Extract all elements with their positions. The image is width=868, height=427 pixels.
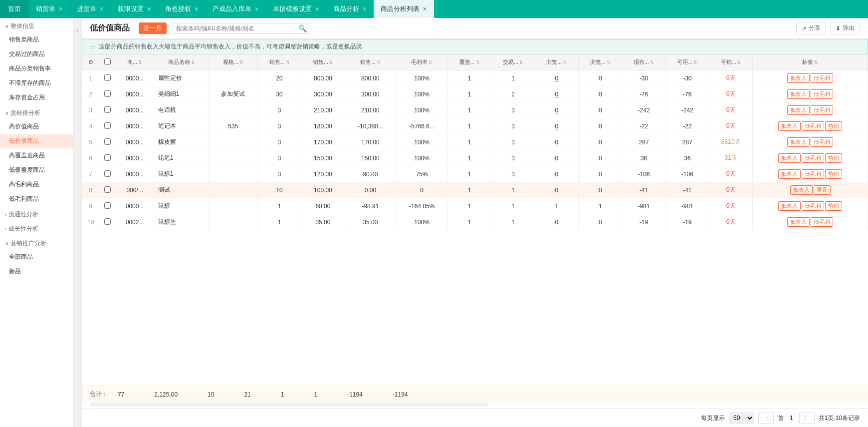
sidebar-section-contribution[interactable]: ∨ 贡献值分析 bbox=[0, 105, 73, 119]
row-select-checkbox[interactable] bbox=[104, 186, 111, 193]
close-goods-list-icon[interactable]: ✕ bbox=[423, 6, 427, 12]
row-stock: -106 bbox=[622, 166, 665, 182]
row-avail: -76 bbox=[665, 86, 709, 102]
close-sales-icon[interactable]: ✕ bbox=[58, 6, 63, 12]
row-select-checkbox[interactable] bbox=[104, 122, 111, 129]
row-spec bbox=[209, 198, 257, 214]
row-checkbox[interactable] bbox=[100, 150, 115, 166]
sidebar-item-high-margin[interactable]: 高毛利商品 bbox=[0, 177, 73, 192]
sidebar-item-no-backlog[interactable]: 不滞库存的商品 bbox=[0, 76, 73, 90]
row-select-checkbox[interactable] bbox=[104, 74, 111, 81]
row-select-checkbox[interactable] bbox=[104, 218, 111, 225]
row-select-checkbox[interactable] bbox=[104, 170, 111, 177]
nav-permission[interactable]: 权限设置 ✕ bbox=[111, 0, 158, 18]
sidebar-collapse-button[interactable]: ‹ bbox=[74, 18, 82, 427]
select-all-header[interactable] bbox=[100, 54, 115, 70]
row-checkbox[interactable] bbox=[100, 70, 115, 86]
sidebar-section-marketing[interactable]: ∨ 营销推广分析 bbox=[0, 235, 73, 250]
view1-link[interactable]: 0 bbox=[555, 155, 559, 162]
row-checkbox[interactable] bbox=[100, 182, 115, 198]
close-role-icon[interactable]: ✕ bbox=[194, 6, 199, 12]
row-view2: 0 bbox=[579, 118, 622, 134]
row-checkbox[interactable] bbox=[100, 134, 115, 150]
row-stock: -76 bbox=[622, 86, 665, 102]
view1-link[interactable]: 0 bbox=[555, 139, 559, 146]
nav-home[interactable]: 首页 bbox=[0, 0, 29, 18]
horizontal-scrollbar[interactable] bbox=[82, 403, 868, 409]
row-checkbox[interactable] bbox=[100, 198, 115, 214]
close-purchase-icon[interactable]: ✕ bbox=[99, 6, 104, 12]
sidebar-item-low-margin[interactable]: 低毛利商品 bbox=[0, 192, 73, 206]
row-checkbox[interactable] bbox=[100, 214, 115, 230]
row-view1: 0 bbox=[535, 182, 578, 198]
first-page-button[interactable]: 《 bbox=[758, 412, 774, 424]
row-days: 31天 bbox=[709, 150, 753, 166]
close-template-icon[interactable]: ✕ bbox=[315, 6, 319, 12]
col-avail: 可用...⇅ bbox=[665, 54, 709, 70]
close-stock-in-icon[interactable]: ✕ bbox=[254, 6, 259, 12]
sidebar-item-sales-goods[interactable]: 销售类商品 bbox=[0, 32, 73, 47]
sidebar-item-stock-capital[interactable]: 库存资金占用 bbox=[0, 90, 73, 105]
row-checkbox[interactable] bbox=[100, 118, 115, 134]
nav-sales[interactable]: 销货单 ✕ bbox=[29, 0, 70, 18]
nav-goods-analysis[interactable]: 商品分析 ✕ bbox=[326, 0, 374, 18]
view1-link[interactable]: 0 bbox=[555, 219, 559, 226]
view1-link[interactable]: 0 bbox=[555, 187, 559, 194]
view1-link[interactable]: 0 bbox=[555, 75, 559, 82]
nav-goods-list[interactable]: 商品分析列表 ✕ bbox=[374, 0, 434, 18]
row-coverage: 1 bbox=[448, 182, 491, 198]
view1-link[interactable]: 0 bbox=[555, 123, 559, 130]
export-button[interactable]: ⬇ 导出 bbox=[830, 22, 860, 34]
gear-settings-header[interactable]: ⚙ bbox=[82, 54, 100, 70]
search-input[interactable] bbox=[176, 25, 298, 32]
filter-recent-month-button[interactable]: 近一月 bbox=[139, 22, 167, 34]
row-spec bbox=[209, 182, 257, 198]
row-select-checkbox[interactable] bbox=[104, 154, 111, 161]
sidebar-section-growth[interactable]: › 成长性分析 bbox=[0, 221, 73, 235]
sidebar-item-high-value[interactable]: 高价值商品 bbox=[0, 119, 73, 134]
per-page-select[interactable]: 50 100 200 bbox=[729, 413, 754, 424]
view1-link[interactable]: 0 bbox=[555, 171, 559, 178]
row-qty: 3 bbox=[257, 166, 301, 182]
nav-role[interactable]: 角色授权 ✕ bbox=[158, 0, 206, 18]
table-row: 5 0000... 橡皮擦 3 170.00 170.00 100% 1 3 0… bbox=[82, 134, 868, 150]
row-num: 5 bbox=[82, 134, 100, 150]
sidebar-item-traded-goods[interactable]: 交易过的商品 bbox=[0, 47, 73, 61]
close-permission-icon[interactable]: ✕ bbox=[147, 6, 151, 12]
row-spec bbox=[209, 102, 257, 118]
row-checkbox[interactable] bbox=[100, 102, 115, 118]
row-checkbox[interactable] bbox=[100, 166, 115, 182]
row-select-checkbox[interactable] bbox=[104, 90, 111, 97]
nav-purchase[interactable]: 进货单 ✕ bbox=[70, 0, 111, 18]
row-num: 8 bbox=[82, 182, 100, 198]
close-goods-analysis-icon[interactable]: ✕ bbox=[362, 6, 367, 12]
tag-item: 低毛利 bbox=[811, 137, 833, 147]
nav-template[interactable]: 单据模板设置 ✕ bbox=[266, 0, 326, 18]
row-checkbox[interactable] bbox=[100, 86, 115, 102]
tag-item: 低毛利 bbox=[811, 105, 833, 115]
tag-item: 低毛利 bbox=[802, 153, 824, 163]
nav-stock-in[interactable]: 产成品入库单 ✕ bbox=[206, 0, 266, 18]
sidebar-item-low-cover[interactable]: 低覆盖度商品 bbox=[0, 163, 73, 177]
row-select-checkbox[interactable] bbox=[104, 202, 111, 209]
sidebar-item-high-cover[interactable]: 高覆盖度商品 bbox=[0, 148, 73, 163]
view1-link[interactable]: 0 bbox=[555, 107, 559, 114]
sidebar-item-new-goods[interactable]: 新品 bbox=[0, 264, 73, 279]
tag-item: 低收入 bbox=[778, 121, 801, 131]
main-content: 低价值商品 近一月 🔍 ↗ 分享 ⬇ 导出 ☆ 这部分商品的销售收入大幅低于商品… bbox=[82, 18, 868, 427]
col-tags: 标签⇅ bbox=[753, 54, 868, 70]
select-all-checkbox[interactable] bbox=[104, 58, 111, 65]
view1-link[interactable]: 1 bbox=[555, 203, 559, 210]
row-select-checkbox[interactable] bbox=[104, 106, 111, 113]
sidebar-item-category-rate[interactable]: 商品分类销售率 bbox=[0, 61, 73, 76]
row-avail: -22 bbox=[665, 118, 709, 134]
next-page-button[interactable]: 》 bbox=[799, 412, 815, 424]
sidebar-item-low-value[interactable]: 低价值商品 bbox=[0, 134, 73, 148]
sidebar-item-all-goods[interactable]: 全部商品 bbox=[0, 250, 73, 264]
row-select-checkbox[interactable] bbox=[104, 138, 111, 145]
row-margin: 75% bbox=[396, 166, 448, 182]
sidebar-section-overall[interactable]: ∨ 整体信息 bbox=[0, 18, 73, 32]
view1-link[interactable]: 0 bbox=[555, 91, 559, 98]
sidebar-section-liquidity[interactable]: › 流通性分析 bbox=[0, 206, 73, 221]
share-button[interactable]: ↗ 分享 bbox=[796, 22, 826, 34]
